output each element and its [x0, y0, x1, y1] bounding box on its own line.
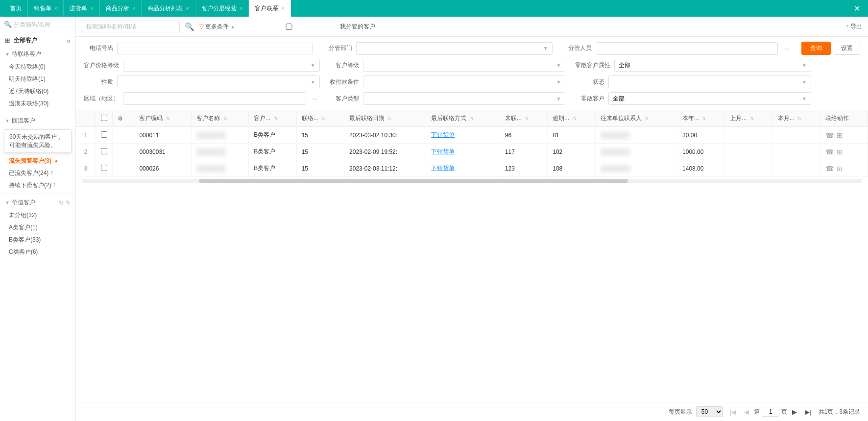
row-last-contact-method[interactable]: 下销货单 — [426, 160, 500, 177]
search-input[interactable] — [82, 21, 180, 32]
tab-customer-segment[interactable]: 客户分层经营 × — [195, 0, 249, 17]
col-customer-code[interactable]: 客户编码 ⇅ — [134, 110, 192, 127]
sidebar-group-pending[interactable]: ▼ 待联络客户 — [0, 48, 75, 61]
contact-icon[interactable]: ☎ — [825, 131, 834, 139]
row-company-contact — [595, 144, 677, 160]
col-last-month[interactable]: 上月... ⇅ — [725, 110, 772, 127]
col-last-contact-date[interactable]: 最后联络日期 ⇅ — [344, 110, 426, 127]
grade-select[interactable]: ▼ — [363, 59, 566, 72]
sidebar-item-declining[interactable]: 持续下滑客户(2) ? — [0, 179, 75, 192]
col-this-year[interactable]: 本年... ⇅ — [677, 110, 725, 127]
export-button[interactable]: ↑ 导出 — [845, 23, 862, 31]
tab-product-analysis[interactable]: 商品分析 × — [100, 0, 142, 17]
zero-attr-select[interactable]: 全部 ▼ — [614, 59, 811, 72]
col-check[interactable] — [96, 110, 112, 127]
action-buttons: 查询 设置 — [801, 42, 860, 55]
col-not-contacted[interactable]: 未联... ⇅ — [500, 110, 547, 127]
sidebar-item-classB[interactable]: B类客户(33) — [0, 234, 75, 246]
tab-home[interactable]: 首页 — [4, 0, 28, 17]
select-all-checkbox[interactable] — [101, 115, 107, 121]
zero-customer-select[interactable]: 全部 ▼ — [608, 92, 811, 105]
sidebar-item-ungroup[interactable]: 未分组(32) — [0, 209, 75, 222]
payment-select[interactable]: ▼ — [363, 75, 566, 88]
customer-type-select[interactable]: ▼ — [363, 92, 566, 105]
dept-select[interactable]: ▼ — [356, 42, 552, 55]
person-select[interactable] — [596, 42, 778, 55]
region-select[interactable] — [123, 92, 306, 105]
row-this-month — [772, 127, 820, 144]
search-icon: 🔍 — [4, 21, 12, 28]
search-button[interactable]: 🔍 — [185, 22, 194, 31]
col-customer-type[interactable]: 客户... ⇅ — [249, 110, 296, 127]
sidebar-group-value[interactable]: ▼ 价值客户 ↻ ✎ — [0, 196, 75, 209]
sidebar-item-already-churned[interactable]: 已流失客户(24) ? — [0, 167, 75, 179]
tab-purchase[interactable]: 进货单 × — [64, 0, 99, 17]
more-action-icon[interactable]: ⊞ — [837, 131, 843, 139]
close-icon[interactable]: × — [90, 5, 93, 11]
sidebar-item-classC[interactable]: C类客户(6) — [0, 246, 75, 258]
chevron-down-icon: ▼ — [5, 200, 10, 205]
sidebar: 🔍 ⊞ 全部客户 « ▼ 待联络客户 今天待联络(0) 明天待联络(1) 近7天… — [0, 17, 76, 421]
sidebar-item-today[interactable]: 今天待联络(0) — [0, 61, 75, 73]
contact-icon[interactable]: ☎ — [825, 165, 834, 173]
more-action-icon[interactable]: ⊞ — [837, 165, 843, 173]
row-last-contact-method[interactable]: 下销货单 — [426, 144, 500, 160]
sidebar-item-churn-warning[interactable]: 流失预警客户(3) ● — [0, 155, 75, 167]
tab-sales[interactable]: 销售单 × — [28, 0, 64, 17]
settings-button[interactable]: 设置 — [834, 42, 860, 55]
phone-input[interactable] — [117, 43, 313, 54]
col-this-month[interactable]: 本月... ⇅ — [772, 110, 820, 127]
collapse-icon[interactable]: « — [67, 37, 71, 45]
nature-select[interactable]: ▼ — [117, 75, 320, 88]
first-page-button[interactable]: |◀ — [727, 407, 739, 417]
edit-icon[interactable]: ✎ — [66, 199, 71, 206]
col-index — [76, 110, 96, 127]
col-contact[interactable]: 联络... ⇅ — [296, 110, 344, 127]
close-icon[interactable]: × — [132, 5, 135, 11]
row-last-contact-method[interactable]: 下销货单 — [426, 127, 500, 144]
last-page-button[interactable]: ▶| — [802, 407, 814, 417]
query-button[interactable]: 查询 — [801, 42, 831, 55]
sidebar-item-tomorrow[interactable]: 明天待联络(1) — [0, 73, 75, 85]
col-last-contact-method[interactable]: 最后联络方式 ⇅ — [426, 110, 500, 127]
region-more-icon[interactable]: ··· — [310, 95, 320, 102]
col-overdue[interactable]: 逾期... ⇅ — [548, 110, 595, 127]
col-company-contact[interactable]: 往来单位联系人 ⇅ — [595, 110, 677, 127]
sidebar-item-overdue[interactable]: 逾期未联络(30) — [0, 98, 75, 110]
row-this-year: 1000.00 — [677, 144, 725, 160]
chevron-down-icon: ▼ — [311, 63, 315, 68]
horizontal-scrollbar[interactable] — [82, 179, 862, 183]
close-icon[interactable]: × — [240, 5, 242, 11]
col-customer-name[interactable]: 客户名称 ⇅ — [192, 110, 249, 127]
sidebar-item-7days[interactable]: 近7天待联络(0) — [0, 85, 75, 98]
global-close-icon[interactable]: ✕ — [850, 4, 864, 13]
sidebar-search-input[interactable] — [14, 21, 72, 28]
price-grade-select[interactable]: ▼ — [123, 59, 320, 72]
my-customers-checkbox[interactable]: 我分管的客户 — [240, 23, 375, 31]
more-action-icon[interactable]: ⊞ — [837, 148, 843, 156]
more-options-icon[interactable]: ··· — [782, 45, 792, 52]
row-checkbox[interactable] — [96, 127, 112, 144]
more-conditions-button[interactable]: ▽ 更多条件 ▲ — [199, 23, 235, 31]
tab-product-analysis-list[interactable]: 商品分析列表 × — [142, 0, 195, 17]
scrollbar-thumb[interactable] — [199, 179, 628, 183]
status-select[interactable]: ▼ — [608, 75, 811, 88]
question-icon: ? — [53, 183, 56, 188]
close-icon[interactable]: × — [54, 5, 57, 11]
close-icon[interactable]: × — [186, 5, 189, 11]
page-size-select[interactable]: 50 100 — [696, 406, 723, 417]
col-settings[interactable]: ⚙ — [112, 110, 134, 127]
contact-icon[interactable]: ☎ — [825, 148, 834, 156]
my-customers-check[interactable] — [240, 24, 338, 30]
sidebar-item-classA[interactable]: A类客户(1) — [0, 222, 75, 234]
sidebar-group-returnflow[interactable]: ▼ 回流客户 — [0, 114, 75, 127]
tab-customer-contact[interactable]: 客户联系 × — [249, 0, 290, 17]
row-checkbox[interactable] — [96, 160, 112, 177]
next-page-button[interactable]: ▶ — [789, 407, 800, 417]
all-customers-header[interactable]: ⊞ 全部客户 « — [0, 32, 75, 48]
row-checkbox[interactable] — [96, 144, 112, 160]
close-icon[interactable]: × — [281, 5, 284, 11]
refresh-icon[interactable]: ↻ — [59, 199, 64, 206]
page-number-input[interactable] — [762, 407, 779, 417]
prev-page-button[interactable]: ◀ — [741, 407, 752, 417]
